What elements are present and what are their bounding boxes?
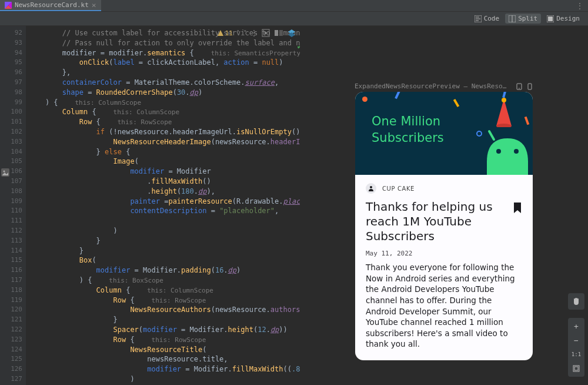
gutter-image-icon[interactable] — [1, 168, 9, 177]
layers-icon[interactable] — [287, 28, 296, 38]
svg-rect-15 — [275, 30, 278, 36]
card-header-image: One Million Subscribers — [355, 92, 533, 175]
zoom-in-button[interactable]: + — [570, 320, 582, 332]
person-icon — [368, 185, 374, 191]
code-icon — [475, 15, 482, 22]
svg-point-29 — [370, 186, 372, 188]
next-highlight-icon[interactable]: ˅ — [243, 29, 247, 37]
editor-tab-bar: NewsResourceCard.kt × ⋮ — [0, 0, 588, 12]
card-date: May 11, 2022 — [366, 250, 522, 257]
card-description: Thank you everyone for following the Now… — [366, 262, 522, 350]
author-name: CUP CAKE — [382, 185, 415, 192]
pan-tool-button[interactable] — [568, 293, 584, 310]
close-tab-icon[interactable]: × — [92, 1, 96, 9]
svg-rect-25 — [487, 161, 528, 175]
code-content[interactable]: // Use custom label for accessibility se… — [26, 26, 300, 385]
design-icon — [547, 15, 554, 22]
zoom-controls: + − 1:1 — [568, 318, 584, 377]
split-icon — [509, 15, 516, 22]
svg-point-26 — [496, 149, 501, 154]
zoom-reset-button[interactable]: 1:1 — [570, 349, 582, 360]
bookmark-icon[interactable] — [513, 202, 522, 214]
news-resource-card[interactable]: One Million Subscribers CUP CAK — [355, 92, 533, 360]
compose-preview-pane: ExpandedNewsResourcePreview – NewsResour… — [300, 26, 588, 385]
svg-rect-21 — [528, 84, 532, 89]
zoom-fit-button[interactable] — [570, 363, 582, 374]
svg-rect-16 — [279, 30, 283, 36]
svg-rect-31 — [574, 367, 578, 370]
zoom-out-button[interactable]: − — [570, 334, 582, 346]
banner-text: One Million Subscribers — [372, 113, 444, 147]
code-editor[interactable]: 9293949596979899100101102103104105106107… — [0, 26, 300, 385]
interactive-preview-icon[interactable] — [261, 28, 270, 38]
deploy-preview-icon[interactable] — [516, 83, 523, 90]
svg-point-12 — [4, 171, 5, 172]
hand-icon — [572, 297, 581, 306]
preview-header: ExpandedNewsResourcePreview – NewsResour… — [355, 82, 533, 90]
card-title: Thanks for helping us reach 1M YouTube S… — [366, 200, 508, 244]
svg-point-24 — [502, 98, 506, 102]
svg-marker-13 — [218, 30, 223, 36]
view-mode-design[interactable]: Design — [543, 14, 583, 24]
warning-count-badge[interactable]: 11 — [217, 29, 233, 37]
view-mode-split[interactable]: Split — [505, 14, 541, 24]
author-avatar — [366, 183, 376, 194]
tab-overflow-menu[interactable]: ⋮ — [572, 2, 588, 10]
bugdroid-icon — [475, 121, 533, 175]
warning-icon — [217, 29, 224, 36]
file-tab-name: NewsResourceCard.kt — [15, 1, 89, 9]
svg-point-27 — [514, 149, 519, 154]
svg-marker-18 — [288, 32, 295, 37]
preview-title: ExpandedNewsResourcePreview – NewsResour… — [355, 82, 507, 90]
prev-highlight-icon[interactable]: ˄ — [236, 29, 240, 37]
kotlin-file-icon — [5, 2, 12, 9]
animation-preview-icon[interactable] — [274, 28, 283, 38]
line-number-gutter: 9293949596979899100101102103104105106107… — [0, 26, 26, 385]
fit-screen-icon — [573, 365, 580, 372]
card-author-row: CUP CAKE — [366, 183, 522, 194]
view-mode-code[interactable]: Code — [471, 14, 503, 24]
editor-inspections-overlay: 11 ˄ ˅ ⋮ — [217, 28, 296, 38]
svg-point-20 — [519, 88, 520, 89]
svg-rect-10 — [548, 16, 553, 21]
preview-settings-icon[interactable] — [526, 83, 533, 90]
view-mode-bar: Code Split Design — [0, 12, 588, 26]
svg-line-28 — [489, 131, 494, 140]
file-tab[interactable]: NewsResourceCard.kt × — [0, 0, 101, 11]
